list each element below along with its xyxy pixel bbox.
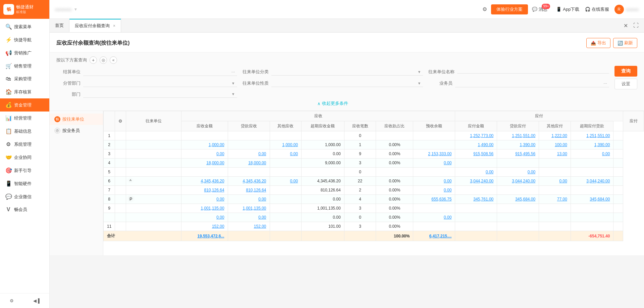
cell-overdue_payable[interactable] bbox=[571, 222, 613, 231]
cell-overdue_payable[interactable]: 1,251,551.00 bbox=[571, 131, 613, 140]
cell-receivable_amount[interactable]: 1,000.00 bbox=[181, 140, 228, 149]
cell-overdue_payable[interactable] bbox=[571, 186, 613, 195]
sidebar-item-basic-info[interactable]: 📋 基础信息 bbox=[0, 125, 49, 138]
cell-receivable_amount[interactable]: 0.00 bbox=[181, 213, 228, 222]
cell-other_receivable[interactable] bbox=[270, 131, 302, 140]
cell-other_payable[interactable] bbox=[539, 168, 571, 177]
cell-other_receivable[interactable]: 0.00 bbox=[270, 177, 302, 186]
filter-input-counterparty-cat[interactable]: ▼ bbox=[271, 69, 423, 76]
cell-overdue_payable[interactable]: 0.00 bbox=[571, 149, 613, 159]
tab-home[interactable]: 首页 bbox=[50, 19, 69, 32]
sidebar-item-finance[interactable]: 💰 资金管理 bbox=[0, 98, 49, 112]
cell-advance_balance[interactable] bbox=[413, 204, 455, 213]
settings-button[interactable]: 设置 bbox=[614, 79, 637, 89]
cell-loan_payable[interactable]: 0.00 bbox=[497, 168, 539, 177]
cell-loan_payable[interactable] bbox=[497, 186, 539, 195]
cell-loan_payable[interactable] bbox=[497, 213, 539, 222]
cell-other_payable[interactable] bbox=[539, 222, 571, 231]
cell-other_receivable[interactable] bbox=[270, 195, 302, 204]
filter-target-button[interactable]: ◎ bbox=[100, 56, 107, 64]
filter-input-department[interactable]: ▼ bbox=[83, 91, 237, 98]
cell-overdue_payable[interactable] bbox=[571, 204, 613, 213]
cell-loan_payable[interactable] bbox=[497, 159, 539, 168]
cell-advance_balance[interactable]: 0.00 bbox=[413, 177, 455, 186]
cell-overdue_payable[interactable]: 1,390.00 bbox=[571, 140, 613, 149]
cell-other_payable[interactable] bbox=[539, 213, 571, 222]
cell-loan_payable[interactable]: 915,495.56 bbox=[497, 149, 539, 159]
cell-loan_payable[interactable] bbox=[497, 204, 539, 213]
cell-advance_balance[interactable] bbox=[413, 168, 455, 177]
cell-other_receivable[interactable]: 1,000.00 bbox=[270, 140, 302, 149]
cell-loan_payable[interactable]: 345,684.00 bbox=[497, 195, 539, 204]
cell-payable_amount[interactable] bbox=[455, 159, 497, 168]
filter-input-counterparty-nature[interactable]: ▼ bbox=[271, 80, 423, 87]
cell-advance_balance[interactable]: 0.00 bbox=[413, 159, 455, 168]
scheme-item-counterparty[interactable]: 畅 按往来单位 bbox=[50, 114, 103, 125]
solution-button[interactable]: 体验行业方案 bbox=[491, 4, 528, 14]
cell-overdue_payable[interactable]: 3,044,240.00 bbox=[571, 177, 613, 186]
cell-receivable_amount[interactable]: 18,000.00 bbox=[181, 159, 228, 168]
cell-payable_amount[interactable]: 1,252,773.00 bbox=[455, 131, 497, 140]
cell-loan_receivable[interactable]: 0.00 bbox=[228, 213, 270, 222]
cell-other_payable[interactable]: 0.00 bbox=[539, 177, 571, 186]
cell-payable_amount[interactable] bbox=[455, 204, 497, 213]
sidebar-item-purchase[interactable]: 🛍 采购管理 bbox=[0, 73, 49, 85]
cell-receivable_amount[interactable]: 0.00 bbox=[181, 195, 228, 204]
cell-payable_amount[interactable] bbox=[455, 186, 497, 195]
cell-advance_balance[interactable]: 0.00 bbox=[413, 186, 455, 195]
cell-payable_amount[interactable] bbox=[455, 222, 497, 231]
messages-button[interactable]: 💬 消息 99+ bbox=[532, 6, 547, 12]
filter-input-counterparty-name[interactable] bbox=[457, 71, 609, 74]
sidebar-item-member[interactable]: V 畅会员 bbox=[0, 203, 49, 216]
cell-other_payable[interactable]: 1,222.00 bbox=[539, 131, 571, 140]
refresh-button[interactable]: 🔄 刷新 bbox=[613, 38, 637, 48]
cell-other_payable[interactable]: 77.00 bbox=[539, 195, 571, 204]
cell-loan_payable[interactable]: 3,044,240.00 bbox=[497, 177, 539, 186]
cell-loan_receivable[interactable]: 1,001,135.00 bbox=[228, 204, 270, 213]
cell-receivable_amount[interactable] bbox=[181, 168, 228, 177]
cell-advance_balance[interactable] bbox=[413, 140, 455, 149]
cell-other_payable[interactable] bbox=[539, 186, 571, 195]
app-download-button[interactable]: 📱 App下载 bbox=[556, 6, 579, 12]
cell-other_receivable[interactable]: 0.00 bbox=[270, 149, 302, 159]
sidebar-item-smart-hw[interactable]: 📱 智能硬件 bbox=[0, 177, 49, 190]
cell-advance_balance[interactable] bbox=[413, 222, 455, 231]
sidebar-item-marketing[interactable]: 📢 营销推广 bbox=[0, 46, 49, 59]
cell-other_receivable[interactable] bbox=[270, 213, 302, 222]
sidebar-item-system[interactable]: ⚙ 系统管理 bbox=[0, 138, 49, 151]
cell-payable_amount[interactable]: 1,490.00 bbox=[455, 140, 497, 149]
cell-other_receivable[interactable] bbox=[270, 222, 302, 231]
sidebar-item-inventory[interactable]: 🏠 库存核算 bbox=[0, 85, 49, 98]
cell-overdue_payable[interactable] bbox=[571, 168, 613, 177]
sidebar-item-operation[interactable]: 📊 经营管理 bbox=[0, 112, 49, 125]
cell-loan_receivable[interactable] bbox=[228, 168, 270, 177]
cell-other_payable[interactable] bbox=[539, 159, 571, 168]
filter-add-button[interactable]: + bbox=[90, 56, 97, 64]
tab-receivable-payable[interactable]: 应收应付余额查询 × bbox=[69, 19, 121, 32]
sidebar-item-quick-nav[interactable]: ⚡ 快捷导航 bbox=[0, 33, 49, 46]
scheme-item-salesperson[interactable]: ⏱ 按业务员 bbox=[50, 125, 103, 136]
cell-payable_amount[interactable]: 915,508.56 bbox=[455, 149, 497, 159]
cell-payable_amount[interactable] bbox=[455, 213, 497, 222]
cell-loan_payable[interactable] bbox=[497, 222, 539, 231]
filter-collapse-left-button[interactable]: « bbox=[110, 56, 117, 64]
th-settings[interactable]: ⚙ bbox=[115, 111, 126, 131]
cell-advance_balance[interactable]: 655,636.75 bbox=[413, 195, 455, 204]
cell-loan_payable[interactable]: 1,390.00 bbox=[497, 140, 539, 149]
sidebar-item-collab[interactable]: 🤝 企业协同 bbox=[0, 151, 49, 164]
cell-loan_receivable[interactable]: 0.00 bbox=[228, 149, 270, 159]
filter-input-supervise-dept[interactable]: ▼ bbox=[83, 80, 237, 87]
cell-other_receivable[interactable] bbox=[270, 186, 302, 195]
filter-collapse-button[interactable]: ∧ 收起更多条件 bbox=[317, 100, 348, 106]
sidebar-collapse-btn[interactable]: ◀▐ bbox=[30, 296, 43, 305]
cell-loan_receivable[interactable] bbox=[228, 131, 270, 140]
cell-receivable_amount[interactable]: 0.00 bbox=[181, 149, 228, 159]
cell-overdue_payable[interactable]: 345,684.00 bbox=[571, 195, 613, 204]
cell-other_payable[interactable]: 13.00 bbox=[539, 149, 571, 159]
cell-other_payable[interactable] bbox=[539, 204, 571, 213]
cell-loan_receivable[interactable]: 152.00 bbox=[228, 222, 270, 231]
sidebar-item-newbie[interactable]: 🎯 新手引导 bbox=[0, 164, 49, 177]
tab-expand-icon[interactable]: ⛶ bbox=[632, 21, 640, 30]
cell-receivable_amount[interactable]: 152.00 bbox=[181, 222, 228, 231]
cell-loan_receivable[interactable] bbox=[228, 140, 270, 149]
